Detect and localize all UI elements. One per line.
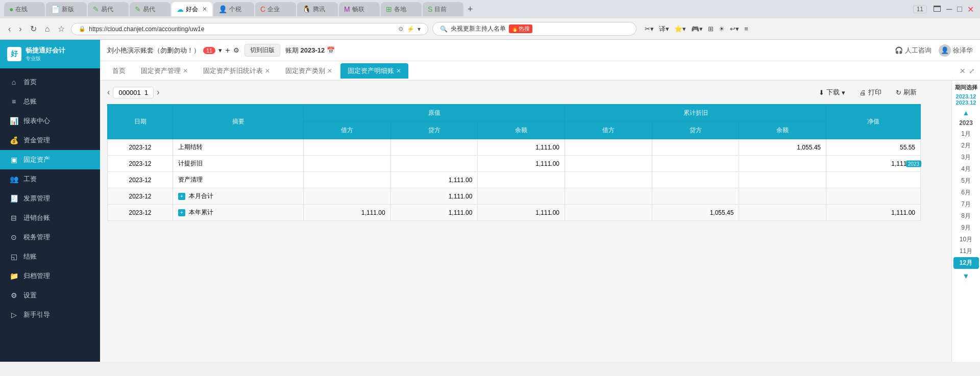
sidebar-item-fixed-assets[interactable]: ▣ 固定资产 — [0, 150, 100, 169]
month-8[interactable]: 8月 — [953, 210, 979, 222]
add-company-btn[interactable]: + — [225, 46, 230, 55]
home-btn[interactable]: ⌂ — [43, 23, 52, 35]
avatar-icon: 👤 — [939, 44, 951, 57]
browser-tab-yidai2[interactable]: ✎ 易代 — [130, 2, 170, 16]
translate-icon[interactable]: 译▾ — [659, 24, 669, 34]
url-bar[interactable]: 🔒 https://cloud.chanjet.com/accounting/u… — [71, 23, 428, 35]
month-5[interactable]: 5月 — [953, 175, 979, 187]
minimize-btn[interactable]: ─ — [944, 4, 954, 15]
download-btn[interactable]: ⬇ 下载 ▾ — [815, 86, 849, 99]
page-tab-category[interactable]: 固定资产类别 ✕ — [278, 63, 339, 79]
browser-tab-tax[interactable]: 👤 个税 — [213, 2, 254, 16]
user-info[interactable]: 👤 徐泽华 — [939, 44, 973, 57]
reload-btn[interactable]: ↻ — [28, 23, 39, 35]
close-tab-depreciation-stats[interactable]: ✕ — [265, 67, 270, 74]
sidebar-item-fund[interactable]: 💰 资金管理 — [0, 131, 100, 150]
pager-next-btn[interactable]: › — [157, 88, 159, 97]
sidebar-item-salary[interactable]: 👥 工资 — [0, 169, 100, 189]
bookmark-btn[interactable]: ☆ — [56, 23, 67, 35]
browser-tab-tencent[interactable]: 🐧 腾讯 — [297, 2, 338, 16]
pager-input[interactable] — [113, 87, 154, 98]
browser-tab-close[interactable]: ✕ — [202, 6, 207, 13]
sidebar-item-report[interactable]: 📊 报表中心 — [0, 111, 100, 131]
sidebar-item-home[interactable]: ⌂ 首页 — [0, 72, 100, 92]
pager-prev-btn[interactable]: ‹ — [107, 88, 110, 97]
sidebar-item-guide[interactable]: ▷ 新手引导 — [0, 305, 100, 324]
month-12[interactable]: 12月 — [953, 257, 979, 269]
page-tab-detail-ledger[interactable]: 固定资产明细账 ✕ — [340, 63, 408, 79]
sidebar: 好 畅捷通好会计 专业版 ⌂ 首页 ≡ 总账 📊 报表中心 💰 资金管理 — [0, 40, 100, 362]
month-4[interactable]: 4月 — [953, 163, 979, 175]
sun-icon[interactable]: ☀ — [719, 25, 725, 33]
browser-tab-chang[interactable]: M 畅联 — [339, 2, 380, 16]
cell-net-value — [826, 188, 921, 205]
browser-tab-gedi[interactable]: ⊞ 各地 — [381, 2, 422, 16]
close-tab-fixed-mgmt[interactable]: ✕ — [183, 67, 188, 74]
sidebar-item-settings[interactable]: ⚙ 设置 — [0, 286, 100, 305]
download-icon: ⬇ — [819, 89, 824, 96]
cell-accum-credit — [652, 156, 739, 172]
sidebar-item-purchase[interactable]: ⊟ 进销台账 — [0, 208, 100, 228]
month-1[interactable]: 1月 — [953, 128, 979, 140]
search-bar[interactable]: 🔍 央视更新主持人名单 🔥热搜 — [432, 22, 636, 36]
grid-icon[interactable]: ⊞ — [708, 25, 714, 33]
hot-badge: 🔥热搜 — [509, 24, 532, 33]
refresh-btn[interactable]: ↻ 刷新 — [892, 86, 921, 99]
page-tab-home[interactable]: 首页 — [105, 63, 133, 79]
scroll-up-btn[interactable]: ▲ — [962, 108, 971, 118]
browser-tab-new[interactable]: 📄 新版 — [46, 2, 87, 16]
sidebar-item-close[interactable]: ◱ 结账 — [0, 247, 100, 266]
browser-tab-online[interactable]: ● 在线 — [4, 2, 45, 16]
print-btn[interactable]: 🖨 打印 — [855, 86, 886, 99]
star-icon[interactable]: ⭐▾ — [674, 25, 686, 33]
sidebar-item-invoice[interactable]: 🧾 发票管理 — [0, 189, 100, 208]
month-7[interactable]: 7月 — [953, 198, 979, 210]
month-2[interactable]: 2月 — [953, 140, 979, 152]
refresh-icon: ↻ — [896, 89, 901, 96]
sidebar-item-ledger[interactable]: ≡ 总账 — [0, 92, 100, 111]
browser-tab-corp[interactable]: C 企业 — [255, 2, 296, 16]
year-label[interactable]: 2023 — [953, 118, 979, 128]
restore-btn[interactable]: 🗖 — [931, 4, 943, 15]
month-9[interactable]: 9月 — [953, 222, 979, 234]
cell-orig-credit: 1,111.00 — [390, 205, 478, 221]
tax-icon: ⊙ — [9, 233, 18, 242]
dropdown-icon[interactable]: ▾ — [418, 26, 421, 33]
settings-btn[interactable]: ⚙ — [233, 46, 239, 54]
month-10[interactable]: 10月 — [953, 234, 979, 245]
menu-icon[interactable]: ≡ — [744, 25, 748, 33]
new-tab-button[interactable]: + — [464, 4, 476, 15]
col-accum-balance: 余额 — [739, 122, 826, 139]
switch-version-btn[interactable]: 切到旧版 — [244, 44, 280, 57]
dropdown-arrow[interactable]: ▾ — [218, 46, 222, 54]
sidebar-item-archive[interactable]: 📁 归档管理 — [0, 266, 100, 286]
cell-summary: + 本年累计 — [173, 205, 304, 221]
game-icon[interactable]: 🎮▾ — [691, 25, 703, 33]
close-btn[interactable]: ✕ — [965, 4, 976, 15]
close-tab-category[interactable]: ✕ — [327, 67, 332, 74]
scroll-down-btn[interactable]: ▼ — [962, 271, 971, 281]
browser-tab-active[interactable]: ☁ 好会 ✕ — [172, 2, 212, 16]
cut-icon[interactable]: ✂▾ — [645, 25, 654, 33]
cell-orig-balance: 1,111.00 — [478, 139, 565, 156]
maximize-btn[interactable]: □ — [955, 4, 964, 15]
month-6[interactable]: 6月 — [953, 187, 979, 198]
close-tab-detail-ledger[interactable]: ✕ — [396, 67, 401, 74]
browser-tab-mq[interactable]: S 目前 — [423, 2, 463, 16]
close-window-btn[interactable]: ✕ — [960, 67, 966, 75]
maximize-content-btn[interactable]: ⤢ — [969, 67, 975, 75]
month-11[interactable]: 11月 — [953, 245, 979, 257]
page-tab-fixed-mgmt[interactable]: 固定资产管理 ✕ — [134, 63, 195, 79]
top-bar-right: 🎧 人工咨询 👤 徐泽华 — [895, 44, 973, 57]
browser-icon1: ⚙ — [398, 26, 404, 33]
customer-service[interactable]: 🎧 人工咨询 — [895, 46, 932, 55]
back-btn[interactable]: ‹ — [6, 23, 13, 35]
calendar-icon[interactable]: 📅 — [327, 46, 335, 54]
month-3[interactable]: 3月 — [953, 152, 979, 163]
browser-tab-yidai1[interactable]: ✎ 易代 — [88, 2, 129, 16]
report-icon: 📊 — [9, 116, 18, 126]
forward-btn[interactable]: › — [17, 23, 23, 35]
history-icon[interactable]: ↩▾ — [730, 25, 739, 33]
page-tab-depreciation-stats[interactable]: 固定资产折旧统计表 ✕ — [196, 63, 277, 79]
sidebar-item-tax[interactable]: ⊙ 税务管理 — [0, 228, 100, 247]
